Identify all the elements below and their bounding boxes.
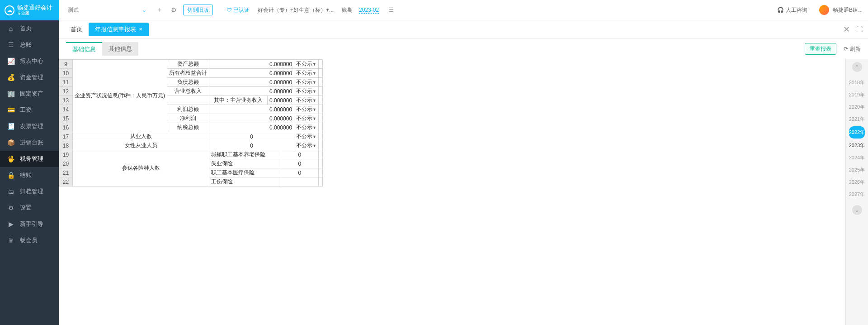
nav-item-9[interactable]: 🔒结账	[0, 167, 59, 183]
year-2020年[interactable]: 2020年	[847, 101, 867, 113]
year-2023年[interactable]: 2023年	[847, 139, 867, 152]
dropdown[interactable]: 不公示▼	[296, 105, 316, 113]
tabs-close-all[interactable]: ✕	[843, 24, 850, 34]
sidebar: ☁ 畅捷通好会计 专业版 ⌂首页☰总账📈报表中心💰资金管理🏢固定资产💳工资🧾发票…	[0, 0, 59, 325]
year-2018年[interactable]: 2018年	[847, 76, 867, 89]
nav-item-5[interactable]: 💳工资	[0, 102, 59, 118]
entity-selector[interactable]: 测试 ⌄	[64, 4, 150, 16]
nav-icon: ♛	[7, 237, 14, 244]
year-2021年[interactable]: 2021年	[847, 113, 867, 125]
dropdown[interactable]: 不公示▼	[296, 124, 316, 131]
reset-report-button[interactable]: 重查报表	[805, 43, 836, 55]
nav-icon: 🖐	[7, 155, 14, 162]
certified-badge: 🛡 已认证	[226, 6, 250, 14]
plan-label: 好会计（专）+好生意（标）+...	[258, 6, 334, 14]
avatar	[819, 5, 829, 15]
headset-icon: 🎧	[777, 7, 784, 13]
year-2019年[interactable]: 2019年	[847, 89, 867, 101]
chevron-down-icon: ▼	[312, 143, 316, 148]
nav-icon: 💳	[7, 106, 14, 114]
dropdown[interactable]: 不公示▼	[296, 78, 316, 86]
year-2024年[interactable]: 2024年	[847, 152, 867, 164]
dropdown[interactable]: 不公示▼	[296, 142, 316, 149]
period-picker[interactable]: 2023-02	[359, 7, 379, 14]
support-link[interactable]: 🎧 人工咨询	[777, 6, 807, 14]
nav-item-2[interactable]: 📈报表中心	[0, 53, 59, 69]
dropdown[interactable]: 不公示▼	[296, 96, 316, 104]
refresh-icon: ⟳	[844, 46, 848, 52]
switch-old-button[interactable]: 切到旧版	[183, 5, 213, 15]
tab-home[interactable]: 首页	[64, 23, 89, 36]
topbar: 测试 ⌄ ＋ ⚙ 切到旧版 🛡 已认证 好会计（专）+好生意（标）+... 账期…	[59, 0, 868, 20]
year-2025年[interactable]: 2025年	[847, 164, 867, 176]
nav-icon: ⌂	[7, 25, 14, 32]
dropdown[interactable]: 不公示▼	[296, 115, 316, 122]
brand-logo: ☁ 畅捷通好会计 专业版	[0, 0, 59, 20]
period-label: 账期	[342, 6, 353, 14]
year-panel: ⌃ 2018年2019年2020年2021年2022年2023年2024年202…	[845, 59, 868, 325]
brand-sub: 专业版	[17, 11, 52, 16]
dropdown[interactable]: 不公示▼	[296, 133, 316, 140]
dropdown[interactable]: 不公示▼	[296, 60, 316, 68]
nav-item-12[interactable]: ▶新手引导	[0, 216, 59, 232]
nav-item-6[interactable]: 🧾发票管理	[0, 118, 59, 134]
cloud-icon: ☁	[5, 5, 14, 15]
close-icon[interactable]: ✕	[139, 27, 142, 32]
subtab-basic[interactable]: 基础信息	[66, 42, 102, 56]
subtab-other[interactable]: 其他信息	[102, 42, 138, 56]
nav-item-1[interactable]: ☰总账	[0, 37, 59, 53]
nav-icon: 📈	[7, 57, 14, 65]
chevron-down-icon: ▼	[312, 116, 316, 121]
year-up-button[interactable]: ⌃	[852, 62, 862, 72]
chevron-down-icon: ▼	[312, 62, 316, 67]
nav-icon: 🧾	[7, 123, 14, 130]
nav-icon: 🗂	[7, 188, 14, 195]
chevron-down-icon: ▼	[312, 107, 316, 112]
nav-icon: ☰	[7, 41, 14, 48]
refresh-button[interactable]: ⟳ 刷新	[844, 45, 861, 53]
dropdown[interactable]: 不公示▼	[296, 87, 316, 95]
chevron-down-icon: ▼	[312, 71, 316, 76]
chevron-down-icon: ⌄	[142, 7, 146, 13]
subtab-row: 基础信息 其他信息 重查报表 ⟳ 刷新	[59, 38, 868, 59]
brand-name: 畅捷通好会计	[17, 5, 52, 11]
year-2027年[interactable]: 2027年	[847, 188, 867, 201]
nav-icon: 📦	[7, 139, 14, 146]
dropdown-icon[interactable]: ☰	[389, 7, 394, 13]
entity-name: 测试	[68, 6, 79, 14]
nav-item-3[interactable]: 💰资金管理	[0, 69, 59, 86]
nav-icon: 🔒	[7, 172, 14, 179]
nav-item-13[interactable]: ♛畅会员	[0, 232, 59, 249]
chevron-down-icon: ▼	[312, 89, 316, 94]
shield-icon: 🛡	[226, 7, 232, 13]
nav-item-7[interactable]: 📦进销台账	[0, 134, 59, 151]
nav-icon: 💰	[7, 74, 14, 81]
nav-icon: ⚙	[7, 204, 14, 211]
chevron-down-icon: ▼	[312, 98, 316, 103]
user-menu[interactable]: 畅捷通B组...	[819, 5, 863, 15]
nav-item-0[interactable]: ⌂首页	[0, 20, 59, 37]
tab-annual-report[interactable]: 年报信息申报表 ✕	[89, 23, 149, 36]
dropdown[interactable]: 不公示▼	[296, 69, 316, 77]
chevron-down-icon: ▼	[312, 134, 316, 139]
nav-item-4[interactable]: 🏢固定资产	[0, 86, 59, 102]
nav-icon: ▶	[7, 220, 14, 228]
gear-icon[interactable]: ⚙	[169, 5, 179, 15]
spreadsheet[interactable]: 9企业资产状况信息(币种：人民币万元)资产总额0.000000不公示▼10所有者…	[59, 59, 845, 325]
tabs-row: 首页 年报信息申报表 ✕ ✕ ⛶	[59, 20, 868, 38]
fullscreen-icon[interactable]: ⛶	[856, 26, 863, 33]
year-down-button[interactable]: ⌄	[852, 205, 862, 215]
chevron-down-icon: ▼	[312, 80, 316, 85]
nav-item-11[interactable]: ⚙设置	[0, 200, 59, 216]
year-2026年[interactable]: 2026年	[847, 176, 867, 188]
nav-item-10[interactable]: 🗂归档管理	[0, 183, 59, 200]
nav-item-8[interactable]: 🖐税务管理	[0, 151, 59, 167]
add-icon[interactable]: ＋	[155, 4, 165, 16]
chevron-down-icon: ▼	[312, 125, 316, 130]
year-2022年[interactable]: 2022年	[849, 126, 865, 139]
nav-icon: 🏢	[7, 90, 14, 97]
